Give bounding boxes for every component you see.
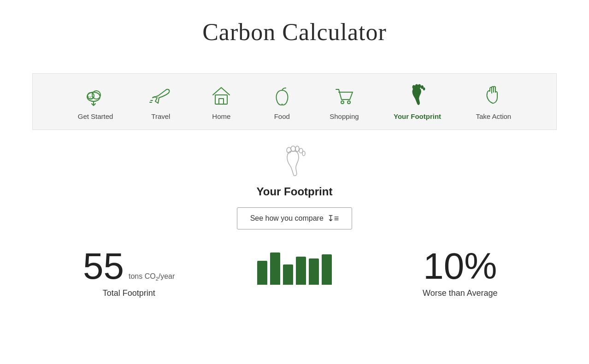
svg-point-11 [412,85,415,89]
home-icon [208,83,234,109]
chart-bar [270,252,280,285]
nav-label-get-started: Get Started [78,112,113,120]
chart-bar [296,257,306,285]
footprint-heading: Your Footprint [257,185,333,198]
shopping-icon [331,83,357,109]
svg-point-9 [341,101,344,104]
nav-label-home: Home [212,112,230,120]
nav-item-get-started[interactable]: CO₂ Get Started [78,83,113,120]
nav-item-take-action[interactable]: Take Action [476,83,512,120]
svg-point-23 [302,151,305,156]
food-icon [269,83,295,109]
comparison-stat: 10% Worse than Average [377,248,543,298]
total-footprint-stat: 55 tons CO2/year Total Footprint [46,248,212,298]
nav-label-shopping: Shopping [330,112,359,120]
nav-label-travel: Travel [151,112,170,120]
compare-icon: ↧≡ [327,213,339,223]
stats-row: 55 tons CO2/year Total Footprint 10% Wor… [0,248,589,298]
nav-bar: CO₂ Get Started Travel [32,73,557,130]
total-number: 55 [83,248,124,285]
footprint-main-icon [276,144,313,181]
travel-icon [148,83,174,109]
svg-point-20 [291,146,295,152]
nav-item-home[interactable]: Home [208,83,234,120]
compare-button[interactable]: See how you compare ↧≡ [237,207,353,229]
nav-item-shopping[interactable]: Shopping [330,83,359,120]
svg-rect-7 [215,95,227,104]
chart-bar [283,264,293,285]
get-started-icon: CO₂ [82,83,108,109]
svg-point-12 [415,84,418,88]
svg-text:CO₂: CO₂ [88,95,94,100]
nav-label-your-footprint: Your Footprint [394,112,441,120]
nav-label-take-action: Take Action [476,112,512,120]
percent-number: 10% [423,248,497,285]
svg-point-15 [423,88,425,90]
take-action-icon [481,83,507,109]
svg-point-10 [348,101,350,104]
chart-bar [257,261,267,285]
svg-point-13 [418,84,421,88]
total-unit: tons CO2/year [129,272,175,282]
chart-bar [309,258,319,285]
nav-item-your-footprint[interactable]: Your Footprint [394,83,441,120]
total-label: Total Footprint [103,288,155,298]
your-footprint-icon [405,83,430,109]
svg-point-21 [295,146,299,152]
nav-item-food[interactable]: Food [269,83,295,120]
svg-rect-8 [219,99,224,104]
nav-item-travel[interactable]: Travel [148,83,174,120]
main-content: Your Footprint See how you compare ↧≡ 55… [0,130,589,312]
page-title: Carbon Calculator [0,0,589,73]
comparison-chart [212,248,377,285]
nav-label-food: Food [274,112,290,120]
percent-label: Worse than Average [423,288,497,298]
chart-bar [322,254,332,285]
